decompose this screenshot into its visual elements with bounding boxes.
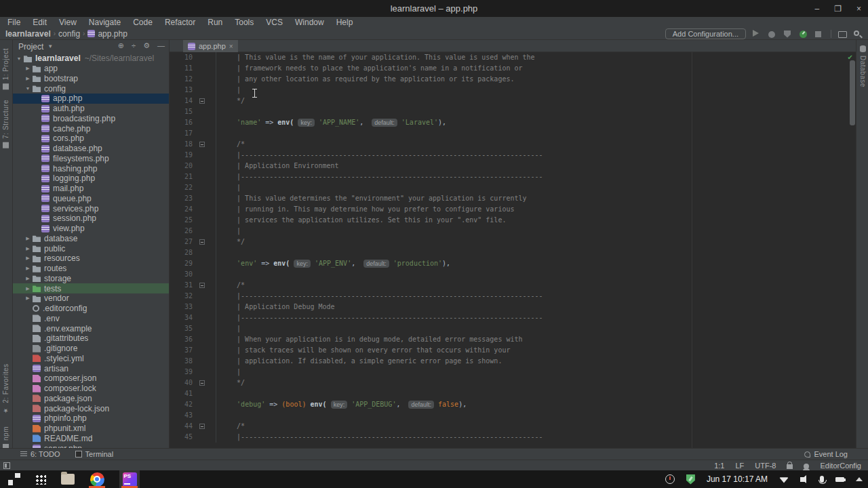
hide-panel-icon[interactable]: — [157, 42, 165, 49]
tree-expand-icon[interactable]: ▼ [24, 86, 31, 91]
taskbar-clock[interactable]: Jun 17 10:17 AM [707, 474, 768, 484]
code-line-23[interactable]: 23 | This value determines the "environm… [170, 193, 856, 204]
tree-item-package-lock-json[interactable]: package-lock.json [13, 403, 170, 413]
tree-expand-icon[interactable]: ▶ [24, 266, 31, 271]
search-everywhere-icon[interactable] [854, 30, 859, 36]
tree-item--editorconfig[interactable]: .editorconfig [13, 304, 170, 314]
tree-item--styleci-yml[interactable]: .styleci.yml [13, 354, 170, 364]
phpstorm-taskbar-button[interactable]: PS [119, 470, 140, 488]
code-line-10[interactable]: 10 | This value is the name of your appl… [170, 52, 856, 63]
debug-icon[interactable] [768, 31, 775, 38]
event-log-button[interactable]: Event Log [804, 450, 848, 458]
tree-item-readme-md[interactable]: README.md [13, 434, 170, 444]
tree-item-queue-php[interactable]: queue.php [13, 194, 170, 204]
code-line-26[interactable]: 26 | [170, 226, 856, 237]
chrome-taskbar-button[interactable] [87, 470, 107, 488]
tree-item-storage[interactable]: ▶storage [13, 274, 170, 284]
tree-item-hashing-php[interactable]: hashing.php [13, 163, 170, 174]
menu-item-edit[interactable]: Edit [26, 18, 53, 27]
tree-item-resources[interactable]: ▶resources [13, 253, 170, 264]
tree-item-vendor[interactable]: ▶vendor [13, 293, 170, 304]
menu-item-run[interactable]: Run [201, 18, 229, 27]
tree-expand-icon[interactable]: ▶ [24, 66, 31, 71]
tree-expand-icon[interactable]: ▶ [24, 286, 31, 291]
lock-icon[interactable] [787, 464, 793, 469]
menu-item-view[interactable]: View [53, 18, 83, 27]
code-line-33[interactable]: 33 | Application Debug Mode [170, 302, 856, 312]
line-ending-indicator[interactable]: LF [735, 462, 744, 470]
volume-icon[interactable] [800, 477, 805, 482]
run-icon[interactable] [753, 30, 759, 37]
fold-marker-icon[interactable] [199, 424, 205, 429]
tool-stripe-structure-button[interactable]: 7: Structure [2, 100, 9, 148]
tree-item-learnlaravel[interactable]: ▼learnlaravel~/Sites/learnlaravel [13, 54, 170, 64]
tool-window-switcher-icon[interactable] [3, 462, 10, 469]
wifi-icon[interactable] [779, 476, 789, 483]
code-line-40[interactable]: 40 */ [170, 378, 856, 388]
tree-item-broadcasting-php[interactable]: broadcasting.php [13, 114, 170, 124]
code-line-24[interactable]: 24 | running in. This may determine how … [170, 204, 856, 215]
tree-item-public[interactable]: ▶public [13, 243, 170, 253]
code-line-37[interactable]: 37 | stack traces will be shown on every… [170, 345, 856, 356]
tab-app-php[interactable]: app.php × [183, 40, 238, 52]
code-line-12[interactable]: 12 | any other location as required by t… [170, 74, 856, 85]
menu-item-file[interactable]: File [1, 18, 26, 27]
maximize-button[interactable]: ❐ [834, 4, 842, 14]
code-line-25[interactable]: 25 | services the application utilizes. … [170, 215, 856, 226]
editorconfig-indicator[interactable]: EditorConfig [820, 462, 861, 470]
code-line-41[interactable]: 41 [170, 388, 856, 399]
code-line-30[interactable]: 30 [170, 269, 856, 280]
tree-item--env[interactable]: .env [13, 314, 170, 324]
tree-item-app[interactable]: ▶app [13, 64, 170, 74]
gear-icon[interactable]: ⚙ [143, 42, 150, 49]
tree-expand-icon[interactable]: ▶ [24, 246, 31, 251]
battery-icon[interactable] [835, 477, 844, 482]
tree-item-phpunit-xml[interactable]: phpunit.xml [13, 424, 170, 434]
caret-position[interactable]: 1:1 [714, 462, 724, 470]
app-grid-icon[interactable] [35, 474, 46, 485]
tree-item-composer-lock[interactable]: composer.lock [13, 384, 170, 394]
inspections-hector-icon[interactable] [804, 464, 809, 469]
tree-expand-icon[interactable]: ▶ [24, 296, 31, 301]
fold-marker-icon[interactable] [199, 380, 205, 386]
todo-tool-button[interactable]: 6: TODO [20, 450, 60, 458]
minimize-button[interactable]: – [815, 4, 820, 14]
menu-item-vcs[interactable]: VCS [260, 18, 289, 27]
code-line-38[interactable]: 38 | application. If disabled, a simple … [170, 356, 856, 367]
tree-item--gitignore[interactable]: .gitignore [13, 344, 170, 354]
code-line-19[interactable]: 19 |------------------------------------… [170, 150, 856, 161]
code-line-21[interactable]: 21 |------------------------------------… [170, 171, 856, 182]
fold-marker-icon[interactable] [199, 239, 205, 245]
tree-expand-icon[interactable]: ▶ [24, 276, 31, 281]
tree-expand-icon[interactable]: ▼ [16, 56, 22, 61]
tree-item--env-example[interactable]: .env.example [13, 323, 170, 333]
tree-item-filesystems-php[interactable]: filesystems.php [13, 154, 170, 164]
code-line-18[interactable]: 18 /* [170, 139, 856, 150]
encoding-indicator[interactable]: UTF-8 [755, 462, 776, 470]
menu-item-refactor[interactable]: Refactor [159, 18, 201, 27]
tree-item-package-json[interactable]: package.json [13, 394, 170, 404]
project-panel-header[interactable]: Project▼ ⊕ ÷ ⚙ — [13, 40, 169, 53]
tool-stripe-favorites-button[interactable]: ★ 2: Favorites [2, 364, 9, 414]
tree-item--gitattributes[interactable]: .gitattributes [13, 333, 170, 344]
code-line-36[interactable]: 36 | When your application is in debug m… [170, 334, 856, 345]
tree-item-logging-php[interactable]: logging.php [13, 174, 170, 184]
tray-shield-icon[interactable] [686, 474, 695, 485]
start-menu-icon[interactable] [8, 473, 20, 485]
code-line-28[interactable]: 28 [170, 247, 856, 258]
tree-item-bootstrap[interactable]: ▶bootstrap [13, 74, 170, 84]
tree-item-database-php[interactable]: database.php [13, 144, 170, 154]
code-line-15[interactable]: 15 [170, 106, 856, 117]
menu-item-help[interactable]: Help [330, 18, 359, 27]
fold-marker-icon[interactable] [199, 98, 205, 104]
profiler-icon[interactable] [800, 30, 807, 38]
tree-item-composer-json[interactable]: composer.json [13, 373, 170, 384]
collapse-all-icon[interactable]: ÷ [132, 42, 136, 49]
tree-expand-icon[interactable]: ▶ [24, 236, 31, 241]
code-line-34[interactable]: 34 |------------------------------------… [170, 312, 856, 323]
tree-expand-icon[interactable]: ▶ [24, 76, 31, 81]
microphone-icon[interactable] [820, 476, 824, 483]
add-configuration-button[interactable]: Add Configuration... [665, 28, 746, 39]
code-line-11[interactable]: 11 | framework needs to place the applic… [170, 63, 856, 74]
tool-stripe-database-button[interactable]: Database [859, 45, 867, 87]
